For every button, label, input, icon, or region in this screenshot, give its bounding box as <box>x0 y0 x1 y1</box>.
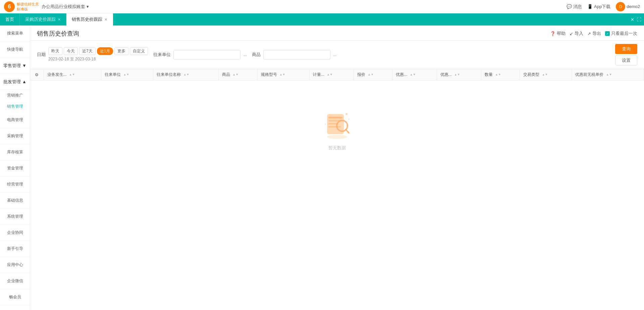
logo-text-line2: 标准版 <box>17 7 39 11</box>
operation-label: 经营管理 <box>7 182 23 187</box>
sidebar-item-wholesale-mgmt[interactable]: 批发管理 ▲ <box>0 74 30 90</box>
tab-home[interactable]: 首页 <box>0 13 20 25</box>
tab-sales-history[interactable]: 销售历史价跟踪 ✕ <box>66 13 113 25</box>
tab-purchase-history[interactable]: 采购历史价跟踪 ✕ <box>20 13 66 25</box>
col-biz-date[interactable]: 业务发生... ▲▼ <box>44 69 101 81</box>
enterprise-collab-label: 企业协同 <box>7 230 23 236</box>
date-btn-1month[interactable]: 近1月 <box>97 47 113 55</box>
sidebar-item-retail-mgmt[interactable]: 零售管理 ▼ <box>0 58 30 74</box>
retail-mgmt-label: 零售管理 <box>3 63 21 69</box>
retail-mgmt-arrow: ▼ <box>22 63 26 68</box>
sidebar-item-purchase-mgmt[interactable]: 采购管理 <box>0 128 30 144</box>
date-filter-group: 日期 昨天 今天 近7天 近1月 更多 自定义 2023-02-18 至 202… <box>37 47 148 62</box>
sidebar-item-basic-info[interactable]: 基础信息 <box>0 193 30 209</box>
col-partner-name-label: 往来单位名称 <box>157 72 181 77</box>
col-settings[interactable]: ⚙ <box>30 69 44 81</box>
date-btn-7days[interactable]: 近7天 <box>79 47 96 55</box>
import-label: 导入 <box>575 31 583 37</box>
col-unit[interactable]: 计量... ▲▼ <box>309 69 354 81</box>
date-btn-today[interactable]: 今天 <box>64 47 78 55</box>
message-action[interactable]: 💬 消息 <box>567 4 582 10</box>
sidebar-item-sales-mgmt[interactable]: 销售管理 <box>0 101 30 112</box>
date-btn-custom[interactable]: 自定义 <box>130 47 148 55</box>
help-label: 帮助 <box>557 31 566 37</box>
sidebar-item-finance[interactable]: 资金管理 <box>0 160 30 176</box>
svg-rect-2 <box>328 117 342 118</box>
settings-button[interactable]: 设置 <box>615 55 637 65</box>
help-action[interactable]: ❓ 帮助 <box>550 31 566 37</box>
data-table: ⚙ 业务发生... ▲▼ 往来单位 ▲▼ 往来单位名称 ▲▼ <box>30 69 644 178</box>
export-action[interactable]: ↗ 导出 <box>587 31 601 37</box>
col-qty[interactable]: 数量 ▲▼ <box>481 69 520 81</box>
col-discount2-label: 优惠... <box>440 72 452 77</box>
export-label: 导出 <box>592 31 601 37</box>
sidebar-item-quick-nav[interactable]: 快捷导航 <box>0 42 30 58</box>
svg-rect-5 <box>328 126 341 127</box>
checkbox-icon: ✓ <box>605 31 610 36</box>
goods-more-btn[interactable]: ... <box>333 52 336 57</box>
col-discount2[interactable]: 优惠... ▲▼ <box>437 69 481 81</box>
col-partner-label: 往来单位 <box>105 72 121 77</box>
date-btn-yesterday[interactable]: 昨天 <box>48 47 62 55</box>
sort-icon-qty: ▲▼ <box>495 73 501 76</box>
top-header: 6 畅捷信好生意 标准版 办公用品行业模拟账套 ▾ 💬 消息 📱 App下载 D… <box>0 0 644 13</box>
query-button[interactable]: 查询 <box>615 44 637 54</box>
tab-purchase-history-label: 采购历史价跟踪 <box>25 16 56 22</box>
goods-filter-input[interactable] <box>263 50 330 59</box>
col-trade-type[interactable]: 交易类型 ▲▼ <box>520 69 572 81</box>
col-pre-discount-price[interactable]: 优惠前无税单价 ▲▼ <box>572 69 644 81</box>
partner-filter-input[interactable] <box>173 50 240 59</box>
sort-icon-trade-type: ▲▼ <box>542 73 548 76</box>
tab-sales-history-close[interactable]: ✕ <box>104 17 107 22</box>
sidebar-item-app-center[interactable]: 应用中心 <box>0 257 30 273</box>
sort-icon-goods: ▲▼ <box>232 73 238 76</box>
sort-icon-partner-name: ▲▼ <box>183 73 190 76</box>
sidebar-item-marketing[interactable]: 营销推广 <box>0 90 30 101</box>
col-trade-type-label: 交易类型 <box>523 72 539 77</box>
sidebar-item-operation[interactable]: 经营管理 <box>0 176 30 193</box>
col-qty-label: 数量 <box>485 72 493 77</box>
goods-filter-group: 商品 ... <box>252 50 336 59</box>
sidebar-item-inventory[interactable]: 库存核算 <box>0 144 30 160</box>
goods-filter-label: 商品 <box>252 52 261 58</box>
app-download-label: App下载 <box>594 4 610 10</box>
close-window-icon[interactable]: ✕ <box>631 17 634 22</box>
empty-state-text: 暂无数据 <box>328 145 346 151</box>
sidebar-item-system-mgmt[interactable]: 系统管理 <box>0 209 30 225</box>
app-download-action[interactable]: 📱 App下载 <box>587 4 610 10</box>
empty-state-cell: 暂无数据 <box>30 81 644 178</box>
col-biz-date-label: 业务发生... <box>47 72 67 77</box>
filter-action-buttons: 查询 设置 <box>615 44 637 65</box>
sidebar-item-enterprise-collab[interactable]: 企业协同 <box>0 225 30 241</box>
sidebar-item-ecommerce[interactable]: 电商管理 <box>0 112 30 128</box>
logo-char: 6 <box>8 4 11 10</box>
col-quote[interactable]: 报价 ▲▼ <box>354 69 392 81</box>
marketing-label: 营销推广 <box>7 93 23 98</box>
system-mgmt-label: 系统管理 <box>7 214 23 219</box>
only-last-checkbox[interactable]: ✓ 只看最后一次 <box>605 31 637 37</box>
sidebar-item-vip-member[interactable]: 畅会员 <box>0 289 30 305</box>
col-partner-name[interactable]: 往来单位名称 ▲▼ <box>153 69 219 81</box>
fullscreen-icon[interactable]: ⛶ <box>637 17 641 22</box>
col-spec[interactable]: 规格型号 ▲▼ <box>257 69 309 81</box>
partner-more-btn[interactable]: ... <box>243 52 247 57</box>
app-download-icon: 📱 <box>587 4 593 9</box>
col-pre-discount-price-label: 优惠前无税单价 <box>575 72 603 77</box>
tab-purchase-history-close[interactable]: ✕ <box>58 17 61 22</box>
col-goods[interactable]: 商品 ▲▼ <box>219 69 258 81</box>
col-quote-label: 报价 <box>357 72 365 77</box>
sidebar-item-search-menu[interactable]: 搜索菜单 <box>0 25 30 42</box>
col-discount1[interactable]: 优惠... ▲▼ <box>392 69 437 81</box>
logo-text: 畅捷信好生意 标准版 <box>17 2 39 11</box>
workspace-selector[interactable]: 办公用品行业模拟账套 ▾ <box>42 4 89 10</box>
svg-point-10 <box>325 123 326 125</box>
header-right: 💬 消息 📱 App下载 D demo2 <box>567 2 640 11</box>
empty-row: 暂无数据 <box>30 81 644 178</box>
import-action[interactable]: ↙ 导入 <box>570 31 583 37</box>
col-partner[interactable]: 往来单位 ▲▼ <box>101 69 153 81</box>
user-profile-action[interactable]: D demo2 <box>616 2 640 11</box>
date-btn-more[interactable]: 更多 <box>114 47 128 55</box>
sidebar-item-enterprise-wechat[interactable]: 企业微信 <box>0 273 30 289</box>
col-goods-label: 商品 <box>222 72 230 77</box>
sidebar-item-beginner-guide[interactable]: 新手引导 <box>0 241 30 257</box>
